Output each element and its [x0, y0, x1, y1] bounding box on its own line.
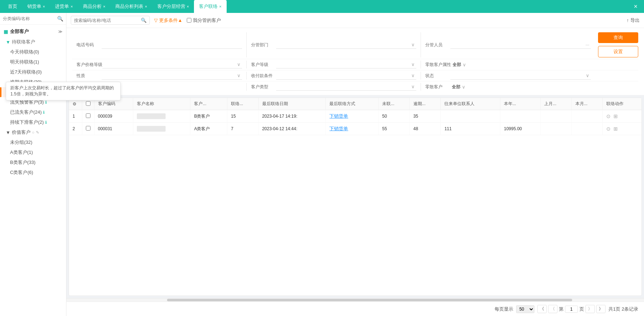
row1-grid-icon[interactable]: ⊞	[613, 113, 618, 119]
scatter-attr-select[interactable]: ∨	[461, 61, 468, 69]
row2-contact-count: 7	[227, 123, 258, 135]
sidebar-search-input[interactable]	[3, 16, 57, 21]
price-level-select[interactable]: ∨	[102, 61, 242, 69]
nav-item-customer-contact[interactable]: 客户联络 ×	[194, 0, 226, 13]
sidebar-group-pending[interactable]: ▼ 待联络客户	[0, 37, 66, 47]
chevron-down-icon-10: ∨	[462, 84, 465, 90]
sidebar-item-churned[interactable]: 已流失客户(24) ℹ	[0, 107, 66, 117]
my-customers-checkbox[interactable]: 我分管的客户	[187, 17, 221, 24]
row2-check[interactable]	[86, 126, 91, 131]
row1-check[interactable]	[86, 113, 91, 118]
scatter-customer-select[interactable]: ∨	[460, 83, 467, 91]
export-icon: ↑	[627, 18, 629, 23]
row1-actions: ⊙ ⊞	[603, 110, 641, 123]
chevron-down-icon-5: ∨	[463, 62, 466, 67]
th-last-contact-method[interactable]: 最后联络方式	[326, 98, 379, 110]
row1-last-month	[540, 110, 571, 123]
sidebar-collapse-icon: ≫	[58, 29, 62, 34]
header-row: ⚙ 客户编码 客户名称 客户... 联络... 最后联络日期 最后联络方式 未联…	[69, 98, 641, 110]
query-button[interactable]: 查询	[598, 32, 638, 43]
status-select[interactable]: ∨	[450, 72, 591, 80]
table-row: 1 000039 B类客户 15 2023-04-17 14:19: 下销货单 …	[69, 110, 641, 123]
filter-manager: 分管人员 ···	[421, 41, 595, 49]
th-overdue[interactable]: 逾期...	[409, 98, 441, 110]
next-page-button[interactable]: 〉	[585, 305, 595, 313]
sidebar-item-class-c[interactable]: C类客户(6)	[0, 168, 66, 178]
table-body: 1 000039 B类客户 15 2023-04-17 14:19: 下销货单 …	[69, 110, 641, 135]
row1-method-link[interactable]: 下销货单	[329, 113, 348, 119]
th-uncontacted[interactable]: 未联...	[379, 98, 410, 110]
first-page-button[interactable]: 《	[537, 305, 547, 313]
nav-item-sales[interactable]: 销货单 ×	[22, 0, 50, 13]
nature-select[interactable]: ∨	[102, 72, 242, 80]
per-page-select[interactable]: 50 20 100	[516, 305, 534, 313]
export-button[interactable]: ↑ 导出	[627, 17, 640, 24]
row1-name	[133, 110, 190, 123]
sidebar-item-class-b[interactable]: B类客户(33)	[0, 157, 66, 168]
nav-item-product-analysis[interactable]: 商品分析 ×	[78, 0, 110, 13]
customer-type-select[interactable]: ∨	[276, 83, 417, 91]
sidebar-item-class-a[interactable]: A类客户(1)	[0, 147, 66, 157]
row2-index: 2	[69, 123, 82, 135]
horizontal-scrollbar[interactable]	[66, 298, 644, 302]
customer-level-select[interactable]: ∨	[276, 61, 417, 69]
last-page-button[interactable]: 》	[596, 305, 606, 313]
select-all-checkbox[interactable]	[86, 101, 91, 106]
row1-last-method[interactable]: 下销货单	[326, 110, 379, 123]
page-total: 页	[579, 306, 584, 312]
my-customers-check[interactable]	[187, 18, 191, 23]
sidebar-value-customers[interactable]: ▼ 价值客户 ○ ✎	[0, 127, 66, 137]
row1-action-icons: ⊙ ⊞	[606, 113, 638, 119]
row2-method-link[interactable]: 下销货单	[329, 126, 348, 131]
nav-item-product-list[interactable]: 商品分析列表 ×	[110, 0, 152, 13]
th-level[interactable]: 客户...	[190, 98, 227, 110]
more-conditions-button[interactable]: ▽ 更多条件 ▲	[154, 17, 182, 24]
th-contact-person[interactable]: 往来单位联系人	[441, 98, 500, 110]
sidebar-item-7days[interactable]: 近7天待联络(0)	[0, 67, 66, 77]
manager-select[interactable]: ···	[450, 41, 591, 49]
window-close-button[interactable]: ×	[630, 3, 641, 10]
sidebar-item-ungrouped[interactable]: 未分组(32)	[0, 137, 66, 147]
advanced-filter: 电话号码 分管部门 ∨ 分管人员 ···	[66, 28, 644, 95]
settings-button[interactable]: 设置	[598, 46, 638, 57]
th-last-contact-date[interactable]: 最后联络日期	[258, 98, 326, 110]
phone-input[interactable]	[102, 41, 242, 49]
th-current-month[interactable]: 本月...	[571, 98, 603, 110]
sidebar-search-area: 🔍	[0, 13, 66, 25]
filter-department: 分管部门 ∨	[247, 41, 421, 49]
filter-status: 状态 ∨	[421, 72, 595, 80]
th-name[interactable]: 客户名称	[133, 98, 190, 110]
row2-overdue: 48	[409, 123, 441, 135]
edit-icon: ○	[32, 130, 34, 135]
row2-link-icon[interactable]: ⊙	[606, 126, 611, 132]
main-search-input[interactable]	[74, 18, 141, 23]
row2-grid-icon[interactable]: ⊞	[613, 126, 618, 132]
filter-row-4: ··· 客户类型 ∨ 零散客户 全部 ∨	[72, 81, 638, 92]
nav-item-home[interactable]: 首页	[3, 0, 22, 13]
scrollbar-thumb[interactable]	[167, 299, 572, 301]
sidebar-item-declining[interactable]: 持续下滑客户(2) ℹ	[0, 117, 66, 127]
tooltip-box: 距客户上次交易时长，超过了此客户的平均交易周期的1.5倍，则视为异常。	[6, 82, 66, 100]
th-last-month[interactable]: 上月...	[540, 98, 571, 110]
nav-item-customer-segment[interactable]: 客户分层经营 ×	[152, 0, 194, 13]
row1-link-icon[interactable]: ⊙	[606, 113, 611, 119]
sidebar-item-tomorrow[interactable]: 明天待联络(1)	[0, 57, 66, 67]
main-search-icon: 🔍	[141, 18, 147, 23]
department-select[interactable]: ∨	[276, 41, 417, 49]
sidebar-all-customers[interactable]: ▦ 全部客户 ≫	[0, 26, 66, 37]
payment-select[interactable]: ∨	[276, 72, 417, 80]
sidebar-content: ▦ 全部客户 ≫ ▼ 待联络客户 今天待联络(0) 明天待联络(1) 近7天待联…	[0, 25, 66, 316]
prev-page-button[interactable]: 〈	[548, 305, 557, 313]
row1-uncontacted: 50	[379, 110, 410, 123]
nav-item-purchase[interactable]: 进货单 ×	[50, 0, 78, 13]
filter-row-1: 电话号码 分管部门 ∨ 分管人员 ···	[72, 31, 638, 59]
page-number-input[interactable]	[565, 306, 578, 313]
chevron-icon: ▲	[178, 18, 182, 23]
filter-customer-type: 客户类型 ∨	[247, 83, 421, 91]
sidebar-item-today[interactable]: 今天待联络(0)	[0, 47, 66, 57]
row2-last-method[interactable]: 下销货单	[326, 123, 379, 135]
row2-checkbox	[82, 123, 94, 135]
th-current-year[interactable]: 本年...	[500, 98, 540, 110]
th-contact-count[interactable]: 联络...	[227, 98, 258, 110]
row1-name-placeholder	[137, 113, 166, 119]
